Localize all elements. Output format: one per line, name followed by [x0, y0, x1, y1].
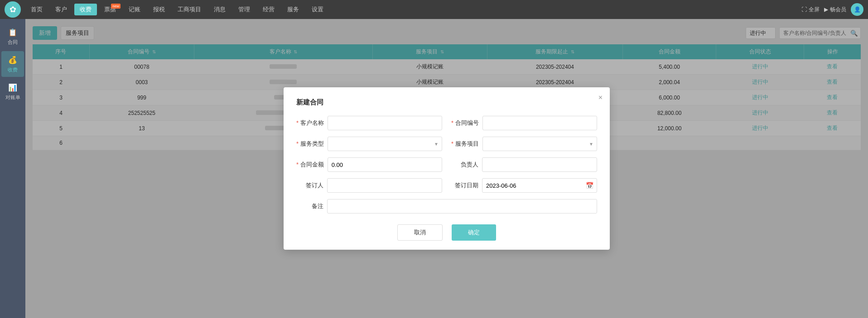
nav-item-记账[interactable]: 记账 [123, 4, 146, 15]
contract-no-input[interactable] [482, 116, 597, 130]
reconcile-icon: 📊 [8, 82, 18, 92]
nav-item-客户[interactable]: 客户 [50, 4, 72, 15]
fullscreen-button[interactable]: ⛶ 全屏 [801, 6, 820, 14]
nav-item-首页[interactable]: 首页 [25, 4, 48, 15]
sidebar-label-contract: 合同 [8, 39, 18, 46]
contract-no-label: 合同编号 [451, 119, 479, 127]
responsible-input[interactable] [482, 157, 597, 172]
service-item-label: 服务项目 [451, 140, 479, 148]
sidebar-item-charge[interactable]: 💰 收费 [1, 51, 24, 77]
nav-item-报税[interactable]: 报税 [148, 4, 170, 15]
avatar[interactable]: 👤 [851, 3, 863, 16]
fullscreen-icon: ⛶ [801, 6, 807, 13]
form-row-client: 客户名称 [296, 116, 442, 130]
nav-item-消息[interactable]: 消息 [208, 4, 231, 15]
sidebar-label-reconcile: 对账单 [5, 94, 20, 101]
main-layout: 📋 合同 💰 收费 📊 对账单 新增 服务项目 进行中 已完成 已终止 🔍 [0, 19, 868, 318]
nav-item-收费[interactable]: 收费 [74, 4, 97, 15]
sign-date-label: 签订日期 [451, 181, 478, 190]
form-row-notes: 备注 [296, 199, 597, 214]
modal-close-button[interactable]: × [598, 94, 603, 102]
service-type-label: 服务类型 [296, 140, 324, 148]
member-label: 畅会员 [830, 6, 846, 14]
new-badge: new [111, 4, 121, 9]
sidebar-label-charge: 收费 [8, 66, 18, 73]
charge-icon: 💰 [8, 55, 18, 65]
service-type-select[interactable] [328, 137, 442, 151]
modal-footer: 取消 确定 [296, 224, 597, 241]
modal-title: 新建合同 [296, 98, 597, 107]
new-contract-modal: 新建合同 × 客户名称 合同编号 服务类型 [284, 87, 610, 250]
sign-date-input[interactable] [482, 178, 597, 193]
nav-item-经营[interactable]: 经营 [257, 4, 280, 15]
form-row-sign-date: 签订日期 📅 [451, 178, 597, 193]
notes-input[interactable] [327, 199, 597, 214]
cancel-button[interactable]: 取消 [397, 224, 443, 241]
form-row-signer: 签订人 [296, 178, 442, 193]
content-area: 新增 服务项目 进行中 已完成 已终止 🔍 序号 合同编号 ⇅ 客户名称 ⇅ 服… [25, 19, 868, 318]
notes-label: 备注 [296, 202, 323, 210]
client-name-input[interactable] [328, 116, 442, 130]
nav-items: 首页客户收费票据new记账报税工商项目消息管理经营服务设置 [25, 4, 801, 15]
confirm-button[interactable]: 确定 [452, 224, 496, 241]
sidebar-item-contract[interactable]: 📋 合同 [1, 24, 24, 49]
form-row-amount: 合同金额 [296, 157, 442, 172]
avatar-icon: 👤 [854, 6, 861, 13]
logo-icon[interactable]: ✿ [5, 1, 21, 18]
client-name-label: 客户名称 [296, 119, 324, 127]
nav-item-工商项目[interactable]: 工商项目 [172, 4, 207, 15]
service-item-select-wrap: ▼ [482, 137, 597, 151]
sidebar: 📋 合同 💰 收费 📊 对账单 [0, 19, 25, 318]
fullscreen-label: 全屏 [809, 6, 820, 14]
form-row-responsible: 负责人 [451, 157, 597, 172]
member-icon: ▶ [824, 6, 828, 13]
form-grid: 客户名称 合同编号 服务类型 ▼ [296, 116, 597, 214]
form-row-contract-no: 合同编号 [451, 116, 597, 130]
contract-icon: 📋 [8, 27, 18, 37]
signer-input[interactable] [327, 178, 442, 193]
sign-date-wrap: 📅 [482, 178, 597, 193]
top-nav: ✿ 首页客户收费票据new记账报税工商项目消息管理经营服务设置 ⛶ 全屏 ▶ 畅… [0, 0, 868, 19]
member-button[interactable]: ▶ 畅会员 [824, 6, 846, 14]
service-type-select-wrap: ▼ [328, 137, 442, 151]
nav-right: ⛶ 全屏 ▶ 畅会员 👤 [801, 3, 863, 16]
amount-input[interactable] [328, 157, 442, 172]
form-row-service-type: 服务类型 ▼ [296, 137, 442, 151]
amount-label: 合同金额 [296, 161, 324, 169]
nav-item-票据[interactable]: 票据new [99, 4, 121, 15]
form-row-service-item: 服务项目 ▼ [451, 137, 597, 151]
nav-item-管理[interactable]: 管理 [233, 4, 256, 15]
signer-label: 签订人 [296, 181, 323, 190]
responsible-label: 负责人 [451, 161, 478, 169]
modal-overlay: 新建合同 × 客户名称 合同编号 服务类型 [25, 19, 868, 318]
nav-item-设置[interactable]: 设置 [306, 4, 329, 15]
service-item-select[interactable] [482, 137, 597, 151]
nav-item-服务[interactable]: 服务 [282, 4, 304, 15]
sidebar-item-reconcile[interactable]: 📊 对账单 [1, 79, 24, 104]
